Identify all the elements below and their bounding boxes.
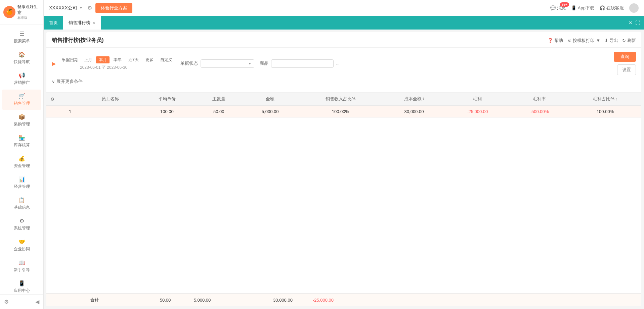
sidebar-settings-icon[interactable]: ⚙ xyxy=(4,299,9,305)
sidebar-item-sales[interactable]: 🛒 销售管理 xyxy=(2,90,41,110)
footer-quantity: 50.00 xyxy=(148,298,182,303)
col-gross: 毛利 xyxy=(445,93,510,106)
sidebar-item-label: 库存核算 xyxy=(14,142,30,148)
cell-settings xyxy=(46,106,58,118)
online-support-btn[interactable]: 🎧 在线客服 xyxy=(600,5,624,11)
template-print-label: 按模板打印 xyxy=(573,38,595,44)
col-rank xyxy=(58,93,82,106)
settings-button[interactable]: 设置 xyxy=(617,64,636,75)
window-expand-icon[interactable]: ⛶ xyxy=(635,20,640,25)
footer-cells: 合计 50.00 5,000.00 30,000.00 -25,000.00 xyxy=(50,297,637,303)
tab-home[interactable]: 首页 xyxy=(44,16,63,30)
app-download-label: App下载 xyxy=(578,5,594,11)
sidebar-item-search[interactable]: ☰ 搜索菜单 xyxy=(2,27,41,47)
help-btn[interactable]: ❓ 帮助 xyxy=(548,38,563,44)
content-area: 销售排行榜(按业务员) ❓ 帮助 🖨 按模板打印 ▼ ⬇ 导出 xyxy=(44,30,644,309)
sidebar-item-system[interactable]: ⚙ 系统管理 xyxy=(2,214,41,235)
sales-icon: 🛒 xyxy=(18,93,25,99)
company-selector[interactable]: XXXXXX公司 ▼ xyxy=(49,5,83,11)
app-download-btn[interactable]: 📱 App下载 xyxy=(571,5,594,11)
app-download-icon: 📱 xyxy=(571,5,576,10)
sidebar-item-baseinfo[interactable]: 📋 基础信息 xyxy=(2,194,41,214)
sidebar-item-quicknav[interactable]: 🏠 快捷导航 xyxy=(2,48,41,68)
message-btn[interactable]: 💬 消息 99+ xyxy=(550,5,566,11)
main-area: XXXXXX公司 ▼ ⚙ 体验行业方案 💬 消息 99+ 📱 App下载 🎧 在… xyxy=(44,0,644,309)
logo-subtitle: 标准版 xyxy=(17,15,40,20)
sidebar-item-label: 资金管理 xyxy=(14,163,30,169)
sidebar-item-guide[interactable]: 📖 新手引导 xyxy=(2,256,41,276)
inventory-icon: 🏪 xyxy=(18,135,25,141)
sidebar-collapse-icon[interactable]: ◀ xyxy=(35,299,39,305)
filter-bar: ▶ 单据日期 上月 本月 本年 近7天 更多 自定义 xyxy=(46,48,641,93)
logo-title: 畅康通好生意 xyxy=(17,4,40,15)
cell-employee xyxy=(82,106,138,118)
sidebar-item-label: 经营管理 xyxy=(14,184,30,190)
filter-expand-arrow[interactable]: ▶ xyxy=(52,60,56,67)
sidebar-item-appstore[interactable]: 📱 应用中心 xyxy=(2,277,41,294)
date-tab-thisyear[interactable]: 本年 xyxy=(111,56,124,63)
header-right: 💬 消息 99+ 📱 App下载 🎧 在线客服 xyxy=(550,3,639,13)
cell-amount: 5,000.00 xyxy=(242,106,298,118)
cell-gross-pct: 100.00% xyxy=(569,106,641,118)
page-title: 销售排行榜(按业务员) xyxy=(52,37,104,44)
tab-close-icon[interactable]: ✕ xyxy=(92,21,95,25)
window-close-icon[interactable]: ✕ xyxy=(629,20,633,25)
sidebar-item-label: 系统管理 xyxy=(14,225,30,231)
online-support-label: 在线客服 xyxy=(606,5,624,11)
date-tab-thismonth[interactable]: 本月 xyxy=(96,56,110,63)
cell-cost: 30,000.00 xyxy=(383,106,445,118)
table-scroll[interactable]: ⚙ 员工名称 平均单价 主数量 全额 销售收入占比% 成本全额 ℹ 毛利 毛利率 xyxy=(46,93,641,293)
goods-more-btn[interactable]: ... xyxy=(336,61,340,66)
status-select[interactable] xyxy=(201,59,254,68)
sidebar-footer: ⚙ ◀ xyxy=(0,294,43,309)
tab-sales-rank-label: 销售排行榜 xyxy=(69,20,90,26)
filter-date-group: 单据日期 上月 本月 本年 近7天 更多 自定义 2023-06-01 至 20… xyxy=(61,56,175,70)
cell-avg-price: 100.00 xyxy=(138,106,195,118)
refresh-btn[interactable]: ↻ 刷新 xyxy=(622,38,636,44)
sidebar-item-marketing[interactable]: 📢 营销推广 xyxy=(2,69,41,89)
home-icon: 🏠 xyxy=(18,51,25,58)
date-tab-more[interactable]: 更多 xyxy=(143,56,156,63)
tab-sales-rank[interactable]: 销售排行榜 ✕ xyxy=(63,16,101,30)
table-body: 1 100.00 50.00 5,000.00 100.00% 30,000.0… xyxy=(46,106,641,118)
page-header: 销售排行榜(按业务员) ❓ 帮助 🖨 按模板打印 ▼ ⬇ 导出 xyxy=(46,32,641,48)
date-tab-custom[interactable]: 自定义 xyxy=(158,56,175,63)
template-print-btn[interactable]: 🖨 按模板打印 ▼ xyxy=(567,38,600,44)
cell-rank: 1 xyxy=(58,106,82,118)
sidebar-item-finance[interactable]: 💰 资金管理 xyxy=(2,152,41,172)
export-btn[interactable]: ⬇ 导出 xyxy=(604,38,618,44)
user-avatar[interactable] xyxy=(629,3,639,13)
sidebar-item-enterprise[interactable]: 🤝 企业协同 xyxy=(2,235,41,255)
print-dropdown-icon: ▼ xyxy=(596,38,600,43)
col-settings[interactable]: ⚙ xyxy=(46,93,58,106)
sidebar-item-label: 企业协同 xyxy=(14,246,30,252)
sidebar-nav: ☰ 搜索菜单 🏠 快捷导航 📢 营销推广 🛒 销售管理 📦 采购管理 🏪 库存核… xyxy=(0,24,43,294)
cell-gross: -25,000.00 xyxy=(445,106,510,118)
col-gross-rate: 毛利率 xyxy=(510,93,569,106)
sidebar-item-label: 新手引导 xyxy=(14,267,30,273)
marketing-icon: 📢 xyxy=(18,72,25,79)
filter-row-1: ▶ 单据日期 上月 本月 本年 近7天 更多 自定义 xyxy=(52,52,636,75)
sidebar-item-operations[interactable]: 📊 经营管理 xyxy=(2,173,41,193)
cell-quantity: 50.00 xyxy=(195,106,242,118)
sidebar-item-inventory[interactable]: 🏪 库存核算 xyxy=(2,131,41,151)
filter-goods-group: 商品 ... xyxy=(260,59,340,68)
date-tab-7days[interactable]: 近7天 xyxy=(126,56,141,63)
header-gear-icon[interactable]: ⚙ xyxy=(87,5,92,11)
gross-pct-sort-icon[interactable]: ↕ xyxy=(615,97,617,101)
operations-icon: 📊 xyxy=(18,176,25,183)
trial-button[interactable]: 体验行业方案 xyxy=(95,3,132,13)
export-label: 导出 xyxy=(609,38,618,44)
sidebar-item-label: 基础信息 xyxy=(14,205,30,210)
top-header: XXXXXX公司 ▼ ⚙ 体验行业方案 💬 消息 99+ 📱 App下载 🎧 在… xyxy=(44,0,644,16)
company-name: XXXXXX公司 xyxy=(49,5,77,11)
content-inner: 销售排行榜(按业务员) ❓ 帮助 🖨 按模板打印 ▼ ⬇ 导出 xyxy=(46,32,641,306)
date-tab-lastmonth[interactable]: 上月 xyxy=(81,56,95,63)
goods-input[interactable] xyxy=(271,59,334,68)
help-label: 帮助 xyxy=(554,38,563,44)
col-sales-pct: 销售收入占比% xyxy=(298,93,383,106)
cost-info-icon[interactable]: ℹ xyxy=(423,97,424,101)
sidebar-item-purchase[interactable]: 📦 采购管理 xyxy=(2,110,41,131)
expand-conditions-btn[interactable]: ∨ 展开更多条件 xyxy=(52,76,636,87)
query-button[interactable]: 查询 xyxy=(614,52,636,62)
